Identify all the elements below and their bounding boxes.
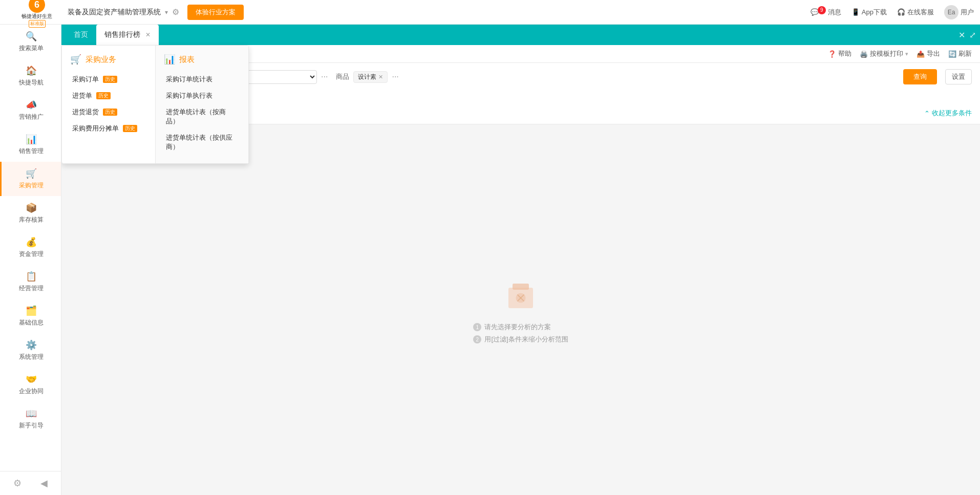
tab-sales-rank-label: 销售排行榜	[104, 30, 140, 39]
logo-subtitle: 畅捷通好生意	[22, 13, 52, 20]
header-settings-icon[interactable]: ⚙	[172, 7, 179, 17]
sidebar-label-operations: 经营管理	[19, 284, 44, 293]
help-label: 帮助	[838, 49, 851, 58]
purchase-dropdown-menu: 🛒 采购业务 采购订单 历史 进货单 历史 进货退货 历史 采购费用分摊单	[61, 45, 249, 164]
sidebar-label-enterprise: 企业协同	[19, 387, 44, 396]
dropdown-item-report-1-label: 采购订单统计表	[166, 75, 212, 84]
sidebar-label-purchase: 采购管理	[19, 181, 44, 190]
message-badge: 9	[818, 6, 826, 14]
sidebar-label-basic-info: 基础信息	[19, 318, 44, 327]
sidebar-item-capital[interactable]: 💰 资金管理	[0, 230, 61, 265]
enterprise-icon: 🤝	[26, 374, 37, 385]
sidebar-item-guide[interactable]: 📖 新手引导	[0, 402, 61, 436]
settings-small-btn[interactable]: 设置	[945, 69, 972, 84]
collapse-icon: ⌃	[924, 110, 930, 117]
tab-expand-icon[interactable]: ⤢	[969, 30, 976, 40]
dropdown-item-expense[interactable]: 采购费用分摊单 历史	[70, 120, 147, 137]
app-download-label: App下载	[862, 8, 887, 17]
operations-icon: 📋	[26, 271, 37, 282]
tip-num-1: 1	[473, 323, 481, 331]
empty-tips: 1 请先选择要分析的方案 2 用[过滤]条件来缩小分析范围	[473, 322, 568, 344]
goods-more-icon[interactable]: ···	[392, 72, 398, 81]
collapse-label: 收起更多条件	[932, 109, 972, 118]
message-btn[interactable]: 💬 9 消息	[811, 8, 841, 17]
print-dropdown-icon: ▾	[905, 51, 908, 57]
tab-close-all-icon[interactable]: ✕	[958, 30, 965, 40]
tab-close-icon[interactable]: ✕	[145, 31, 151, 38]
query-btn[interactable]: 查询	[903, 69, 937, 84]
help-btn[interactable]: ❓ 帮助	[828, 49, 851, 58]
home-icon: 🏠	[26, 65, 37, 76]
sidebar-item-basic-info[interactable]: 🗂️ 基础信息	[0, 299, 61, 333]
capital-icon: 💰	[26, 236, 37, 248]
dropdown-purchase-header: 🛒 采购业务	[70, 54, 147, 65]
sidebar-label-system: 系统管理	[19, 353, 44, 361]
sidebar-item-search[interactable]: 🔍 搜索菜单	[0, 25, 61, 59]
dropdown-item-expense-label: 采购费用分摊单	[72, 124, 119, 133]
sidebar-collapse-icon[interactable]: ◀	[40, 478, 48, 489]
title-dropdown-icon[interactable]: ▾	[165, 9, 168, 16]
sidebar-label-marketing: 营销推广	[19, 113, 44, 121]
main-layout: 🔍 搜索菜单 🏠 快捷导航 📣 营销推广 📊 销售管理 🛒 采购管理 📦 库存核…	[0, 25, 980, 495]
dropdown-report-header: 📊 报表	[164, 54, 241, 65]
marketing-icon: 📣	[26, 99, 37, 111]
dropdown-item-expense-badge: 历史	[123, 125, 137, 132]
message-label: 消息	[828, 8, 841, 17]
dropdown-item-report-2-label: 采购订单执行表	[166, 91, 212, 100]
purchase-icon: 🛒	[26, 168, 37, 179]
user-label: 用户	[961, 8, 974, 17]
sidebar-label-capital: 资金管理	[19, 250, 44, 259]
logo-badge: 标准版	[29, 20, 46, 28]
logo-icon: 6	[29, 0, 45, 13]
sidebar-item-enterprise[interactable]: 🤝 企业协同	[0, 368, 61, 402]
online-service-label: 在线客服	[907, 8, 934, 17]
empty-state: 1 请先选择要分析的方案 2 用[过滤]条件来缩小分析范围	[61, 124, 980, 495]
avatar: Ea	[944, 5, 958, 19]
dropdown-item-return-badge: 历史	[103, 109, 117, 116]
goods-tag-close-icon[interactable]: ✕	[378, 74, 383, 80]
system-icon: ⚙️	[26, 339, 37, 351]
dropdown-item-report-4-label: 进货单统计表（按供应商）	[166, 133, 239, 152]
sidebar-item-inventory[interactable]: 📦 库存核算	[0, 196, 61, 230]
header-title-area: 装备及固定资产辅助管理系统 ▾ ⚙ 体验行业方案	[68, 5, 811, 20]
app-download-btn[interactable]: 📱 App下载	[851, 8, 887, 17]
sidebar-item-marketing[interactable]: 📣 营销推广	[0, 93, 61, 127]
phone-icon: 📱	[851, 8, 860, 16]
dropdown-item-report-1[interactable]: 采购订单统计表	[164, 71, 241, 88]
dropdown-item-return[interactable]: 进货退货 历史	[70, 104, 147, 120]
sidebar-item-operations[interactable]: 📋 经营管理	[0, 265, 61, 299]
sidebar-item-sales[interactable]: 📊 销售管理	[0, 127, 61, 162]
empty-tip-1-text: 请先选择要分析的方案	[484, 322, 551, 332]
dropdown-report-col: 📊 报表 采购订单统计表 采购订单执行表 进货单统计表（按商品） 进货单统计表（…	[156, 46, 249, 163]
sidebar-label-quick-nav: 快捷导航	[19, 78, 44, 87]
print-label: 按模板打印	[870, 49, 903, 58]
sidebar-item-quick-nav[interactable]: 🏠 快捷导航	[0, 59, 61, 93]
print-btn[interactable]: 🖨️ 按模板打印 ▾	[860, 49, 908, 58]
sidebar-item-purchase[interactable]: 🛒 采购管理	[0, 162, 61, 196]
purchase-header-icon: 🛒	[70, 54, 81, 65]
sidebar-item-system[interactable]: ⚙️ 系统管理	[0, 333, 61, 368]
collapse-btn[interactable]: ⌃ 收起更多条件	[924, 109, 972, 118]
dropdown-item-report-3-label: 进货单统计表（按商品）	[166, 107, 239, 126]
search-icon: 🔍	[26, 31, 37, 42]
industry-btn[interactable]: 体验行业方案	[187, 5, 244, 20]
sidebar-label-search: 搜索菜单	[19, 44, 44, 53]
sidebar-settings-icon[interactable]: ⚙	[13, 478, 22, 489]
tab-sales-rank[interactable]: 销售排行榜 ✕	[96, 25, 159, 45]
dropdown-item-stock-in[interactable]: 进货单 历史	[70, 88, 147, 104]
dropdown-item-report-4[interactable]: 进货单统计表（按供应商）	[164, 130, 241, 155]
dropdown-item-purchase-order[interactable]: 采购订单 历史	[70, 71, 147, 88]
refresh-btn[interactable]: 🔄 刷新	[948, 49, 972, 58]
dropdown-item-report-3[interactable]: 进货单统计表（按商品）	[164, 104, 241, 130]
dropdown-purchase-title: 采购业务	[86, 55, 116, 64]
tab-home[interactable]: 首页	[66, 25, 96, 45]
online-service-btn[interactable]: 🎧 在线客服	[897, 8, 934, 17]
dropdown-item-purchase-order-badge: 历史	[103, 76, 117, 83]
svg-rect-1	[513, 284, 529, 290]
export-btn[interactable]: 📤 导出	[917, 49, 940, 58]
dropdown-item-report-2[interactable]: 采购订单执行表	[164, 88, 241, 104]
sales-icon: 📊	[26, 134, 37, 145]
voucher-status-more-icon[interactable]: ···	[321, 72, 328, 81]
content-area: 首页 销售排行榜 ✕ ✕ ⤢ ❓ 帮助 🖨️ 按模板打印 ▾ 📤	[61, 25, 980, 495]
user-btn[interactable]: Ea 用户	[944, 5, 974, 19]
